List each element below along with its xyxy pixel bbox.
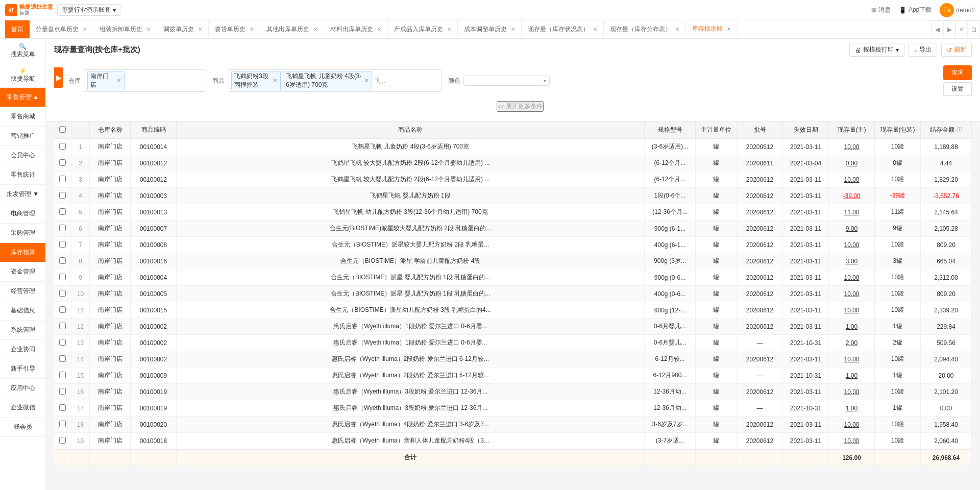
row-checkbox[interactable] — [54, 335, 71, 351]
tab-cost-adjust[interactable]: 成本调整单历史 ✕ — [458, 20, 522, 39]
sidebar-item-app-center[interactable]: 应用中心 — [0, 379, 45, 398]
tab-disassemble[interactable]: 组装拆卸单历史 ✕ — [93, 20, 157, 39]
row-checkbox[interactable] — [54, 220, 71, 237]
app-download-btn[interactable]: 📱 App下载 — [899, 6, 932, 14]
row-stock1[interactable]: 1.00 — [829, 400, 875, 416]
tab-other-outbound[interactable]: 其他出库单历史 ✕ — [260, 20, 324, 39]
row-stock1[interactable]: 0.00 — [829, 155, 875, 172]
nav-close-current[interactable]: ✕ — [955, 20, 968, 39]
sidebar-item-vip[interactable]: 畅会员 — [0, 418, 45, 437]
row-checkbox[interactable] — [54, 416, 71, 433]
row-stock1[interactable]: 9.00 — [829, 220, 875, 237]
refresh-btn[interactable]: ↺ 刷新 — [941, 43, 972, 57]
sidebar-item-finance[interactable]: 资金管理 — [0, 262, 45, 282]
nav-prev[interactable]: ◀ — [931, 20, 943, 39]
tab-close[interactable]: ✕ — [593, 27, 597, 32]
warehouse-tag-close[interactable]: ✕ — [116, 77, 121, 84]
tab-close[interactable]: ✕ — [377, 27, 381, 32]
row-checkbox[interactable] — [54, 237, 71, 253]
row-stock1[interactable]: 2.00 — [829, 335, 875, 351]
tab-close[interactable]: ✕ — [83, 27, 87, 32]
color-input[interactable] — [467, 77, 544, 84]
query-btn[interactable]: 查询 — [943, 65, 972, 80]
row-stock1[interactable]: 11.00 — [829, 204, 875, 220]
row-checkbox[interactable] — [54, 253, 71, 270]
row-stock1[interactable]: 10.00 — [829, 384, 875, 400]
row-stock1[interactable]: 3.00 — [829, 253, 875, 270]
row-checkbox[interactable] — [54, 302, 71, 318]
company-selector[interactable]: 母婴行业演示账套 ▾ — [57, 4, 120, 16]
product-tag-1[interactable]: 飞鹤奶粉3段丙捏握装 ✕ — [231, 71, 281, 90]
row-checkbox[interactable] — [54, 351, 71, 368]
filter-expand-btn[interactable]: ▶ — [54, 67, 63, 88]
tab-stock-status[interactable]: 现存量（库存状况表） ✕ — [522, 20, 604, 39]
sidebar-item-enterprise[interactable]: 企业协同 — [0, 340, 45, 359]
sidebar-item-stock-check[interactable]: 库存核算 — [0, 243, 45, 262]
product-tag-close-2[interactable]: ✕ — [364, 77, 369, 84]
row-stock1[interactable]: 10.00 — [829, 270, 875, 286]
tab-batch-account[interactable]: 库存批次账 ✕ — [686, 20, 738, 39]
tab-close[interactable]: ✕ — [511, 27, 515, 32]
warehouse-input[interactable] — [127, 77, 203, 84]
nav-next[interactable]: ▶ — [943, 20, 955, 39]
tab-home[interactable]: 首页 — [5, 20, 30, 39]
sidebar-item-ecommerce[interactable]: 电商管理 — [0, 204, 45, 224]
row-stock1[interactable]: 1.00 — [829, 368, 875, 384]
sidebar-item-operations[interactable]: 经营管理 — [0, 282, 45, 301]
sidebar-item-marketing[interactable]: 营销推广 — [0, 127, 45, 146]
tab-close[interactable]: ✕ — [146, 27, 151, 32]
row-checkbox[interactable] — [54, 172, 71, 188]
row-checkbox[interactable] — [54, 270, 71, 286]
sidebar-item-wholesale[interactable]: 批发管理 ▼ — [0, 185, 45, 204]
setting-btn[interactable]: 设置 — [943, 82, 972, 96]
row-checkbox[interactable] — [54, 368, 71, 384]
sidebar-item-purchase[interactable]: 采购管理 — [0, 224, 45, 243]
row-checkbox[interactable] — [54, 139, 71, 155]
product-tag-2[interactable]: 飞鹤星飞帆 儿童奶粉 4段(3-6岁适用) 700克 ✕ — [283, 71, 372, 90]
export-btn[interactable]: ↓ 导出 — [909, 43, 937, 57]
amount-info-icon[interactable]: ⓘ — [957, 127, 962, 133]
warehouse-tag-group[interactable]: 南岸门店 ✕ — [84, 69, 206, 92]
row-stock1[interactable]: -39.00 — [829, 188, 875, 204]
sidebar-item-basic-info[interactable]: 基础信息 — [0, 301, 45, 321]
tab-close[interactable]: ✕ — [675, 27, 679, 32]
message-btn[interactable]: ✉ 消息 — [871, 6, 891, 14]
row-stock1[interactable]: 10.00 — [829, 172, 875, 188]
row-stock1[interactable]: 10.00 — [829, 237, 875, 253]
color-tag-group[interactable]: ▾ — [463, 76, 550, 86]
row-checkbox[interactable] — [54, 433, 71, 450]
user-area[interactable]: Ea demo2 — [940, 3, 975, 17]
color-dropdown-icon[interactable]: ▾ — [544, 78, 546, 84]
tab-close[interactable]: ✕ — [447, 27, 451, 32]
tab-inventory-check[interactable]: 分量盘点单历史 ✕ — [30, 20, 93, 39]
row-stock1[interactable]: 10.00 — [829, 433, 875, 450]
sidebar-item-guide[interactable]: 新手引导 — [0, 359, 45, 379]
row-checkbox[interactable] — [54, 204, 71, 220]
template-print-btn[interactable]: 🖨 按模板打印 ▾ — [849, 43, 904, 57]
row-checkbox[interactable] — [54, 384, 71, 400]
row-checkbox[interactable] — [54, 155, 71, 172]
sidebar-search[interactable]: 🔍 搜索菜单 — [0, 39, 45, 63]
sidebar-item-retail-stats[interactable]: 零售统计 — [0, 165, 45, 185]
nav-maximize[interactable]: ⊡ — [968, 20, 980, 39]
row-checkbox[interactable] — [54, 318, 71, 335]
sidebar-item-shop[interactable]: 零售商城 — [0, 107, 45, 127]
sidebar-item-wechat[interactable]: 企业微信 — [0, 398, 45, 418]
tab-close[interactable]: ✕ — [727, 26, 731, 32]
tab-close[interactable]: ✕ — [250, 27, 254, 32]
sidebar-item-member[interactable]: 会员中心 — [0, 146, 45, 165]
row-stock1[interactable]: 1.00 — [829, 318, 875, 335]
warehouse-tag[interactable]: 南岸门店 ✕ — [87, 71, 125, 90]
tab-close[interactable]: ✕ — [313, 27, 317, 32]
product-tag-more[interactable]: 飞... — [374, 77, 385, 85]
sidebar-item-system[interactable]: 系统管理 — [0, 321, 45, 340]
tab-transfer[interactable]: 调拨单历史 ✕ — [157, 20, 209, 39]
row-checkbox[interactable] — [54, 286, 71, 302]
row-checkbox[interactable] — [54, 400, 71, 416]
tab-product-inbound[interactable]: 产成品入库单历史 ✕ — [388, 20, 458, 39]
row-stock1[interactable]: 10.00 — [829, 286, 875, 302]
row-stock1[interactable]: 10.00 — [829, 139, 875, 155]
row-checkbox[interactable] — [54, 188, 71, 204]
row-stock1[interactable]: 10.00 — [829, 416, 875, 433]
sidebar-quick-nav[interactable]: ⚡ 快捷导航 — [0, 63, 45, 88]
